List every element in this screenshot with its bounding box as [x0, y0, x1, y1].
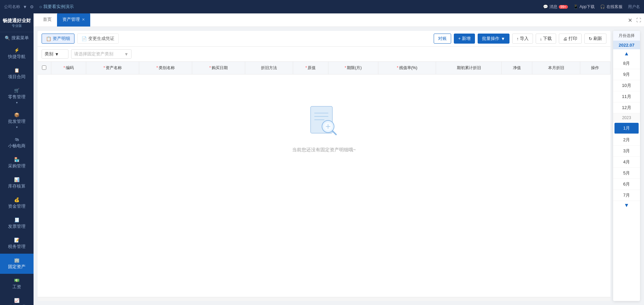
content-area: 首页 资产管理 ✕ 📋 资产明细 📄 变更生成凭证	[34, 13, 644, 305]
reconcile-btn[interactable]: 对账	[434, 34, 451, 44]
month-6[interactable]: 6月	[613, 179, 640, 190]
invoice-icon: 🧾	[14, 217, 19, 222]
quicknav-label: 快捷导航	[8, 54, 25, 60]
asset-detail-tab-icon: 📋	[46, 36, 51, 41]
refresh-icon: ↻	[589, 36, 592, 41]
empty-illustration	[304, 101, 344, 142]
operations-icon: 📈	[14, 298, 19, 303]
category-input-arrow: ▼	[124, 52, 128, 57]
filter-row: 类别 ▼ 请选择固定资产类别 ▼	[38, 47, 610, 62]
message-badge: 99+	[559, 5, 568, 9]
month-3[interactable]: 3月	[613, 146, 640, 157]
th-original-value: *原值	[293, 62, 328, 74]
sidebar-item-ecommerce[interactable]: 🛍 小畅电商	[0, 133, 34, 153]
month-nav-up[interactable]: ▲	[613, 49, 640, 58]
tab-asset-mgmt[interactable]: 资产管理 ✕	[57, 13, 90, 27]
month-11[interactable]: 11月	[613, 91, 640, 102]
quicknav-icon: ⚡	[14, 48, 19, 53]
sidebar-item-finance[interactable]: 💰 资金管理	[0, 193, 34, 213]
fixed-assets-icon: 🏢	[14, 258, 19, 263]
category-input[interactable]: 请选择固定资产类别 ▼	[71, 49, 131, 59]
print-icon: 🖨	[563, 36, 568, 41]
retail-arrow: ▾	[16, 101, 18, 104]
retail-label: 零售管理	[8, 94, 25, 100]
month-12[interactable]: 12月	[613, 102, 640, 113]
ecommerce-icon: 🛍	[15, 137, 19, 142]
top-bar-right: 💬 消息 99+ 📱 App下载 🎧 在线客服 用户名	[543, 4, 640, 10]
bottom-scrollbar[interactable]	[38, 297, 610, 301]
month-8[interactable]: 8月	[613, 58, 640, 69]
month-panel-title: 月份选择	[619, 33, 635, 39]
import-btn[interactable]: ↑ 导入	[512, 34, 533, 44]
wholesale-arrow: ▾	[16, 125, 18, 129]
month-9[interactable]: 9月	[613, 69, 640, 80]
project-icon: 📋	[14, 68, 19, 73]
user-avatar[interactable]: 用户名	[628, 4, 640, 10]
category-placeholder: 请选择固定资产类别	[74, 51, 113, 57]
sidebar-item-quicknav[interactable]: ⚡ 快捷导航	[0, 44, 34, 64]
headset-icon: 🎧	[600, 4, 605, 9]
demo-link[interactable]: ○ 我要看实例演示	[39, 4, 74, 10]
table-container: *编码 *资产名称 *类别名称 *购买日期 折旧方法 *原值 *期限(月) *残…	[38, 62, 610, 297]
month-5[interactable]: 5月	[613, 168, 640, 179]
sidebar-item-invoice[interactable]: 🧾 发票管理	[0, 213, 34, 234]
fixed-assets-label: 固定资产	[8, 264, 25, 270]
batch-btn[interactable]: 批量操作 ▼	[478, 34, 509, 44]
month-1[interactable]: 1月	[614, 123, 639, 134]
sidebar-item-operations[interactable]: 📈 经营管理	[0, 294, 34, 305]
message-btn[interactable]: 💬 消息 99+	[543, 4, 568, 10]
year-2023-label: 2023	[613, 113, 640, 122]
th-period-months: *期限(月)	[328, 62, 378, 74]
month-4[interactable]: 4月	[613, 157, 640, 168]
sidebar-item-fixed-assets[interactable]: 🏢 固定资产	[0, 254, 34, 274]
add-btn[interactable]: + 新增	[454, 34, 475, 44]
month-nav-down[interactable]: ▼	[613, 201, 640, 210]
wholesale-label: 批发管理	[8, 118, 25, 124]
wholesale-icon: 📦	[14, 112, 19, 117]
th-monthly-depreciation: 本月折旧	[532, 62, 580, 74]
online-service-btn[interactable]: 🎧 在线客服	[600, 4, 623, 10]
svg-line-7	[332, 131, 336, 135]
panel-close-btn[interactable]: ✕	[626, 16, 634, 24]
tab-home[interactable]: 首页	[38, 13, 57, 27]
download-btn[interactable]: ↓ 下载	[536, 34, 556, 44]
print-btn[interactable]: 🖨 打印	[559, 34, 582, 44]
sub-tab-change-voucher[interactable]: 📄 变更生成凭证	[77, 34, 119, 44]
month-panel: 月份选择 2022.07 ▲ 8月 9月 10月 11月 12月 2023 1月…	[613, 31, 640, 301]
sidebar-item-project[interactable]: 📋 项目合同	[0, 64, 34, 84]
th-accumulated-depreciation: 期初累计折旧	[436, 62, 502, 74]
empty-text: 当前您还没有固定资产明细哦~	[292, 147, 356, 153]
sidebar-item-wholesale[interactable]: 📦 批发管理 ▾	[0, 108, 34, 133]
search-menu-btn[interactable]: 🔍 搜索菜单	[0, 32, 34, 44]
finance-icon: 💰	[14, 197, 19, 202]
main-panel: 📋 资产明细 📄 变更生成凭证 对账 + 新增 批量操作 ▼	[38, 31, 610, 301]
refresh-btn[interactable]: ↻ 刷新	[584, 34, 606, 44]
ecommerce-label: 小畅电商	[8, 143, 25, 149]
sidebar-item-payroll[interactable]: 💵 工资	[0, 274, 34, 294]
table-header-row: *编码 *资产名称 *类别名称 *购买日期 折旧方法 *原值 *期限(月) *残…	[38, 62, 610, 74]
dropdown-icon[interactable]: ▼	[23, 4, 27, 9]
change-voucher-tab-icon: 📄	[82, 36, 87, 41]
month-2[interactable]: 2月	[613, 135, 640, 146]
category-filter[interactable]: 类别 ▼	[42, 49, 68, 59]
payroll-label: 工资	[12, 284, 21, 290]
sidebar-item-retail[interactable]: 🛒 零售管理 ▾	[0, 84, 34, 108]
month-10[interactable]: 10月	[613, 80, 640, 91]
import-icon: ↑	[517, 36, 519, 41]
th-net-value: 净值	[502, 62, 532, 74]
sidebar-item-inventory[interactable]: 📊 库存核算	[0, 173, 34, 193]
message-icon: 💬	[543, 4, 548, 9]
batch-btn-label: 批量操作	[482, 36, 499, 42]
sidebar-item-tax[interactable]: 📝 税务管理	[0, 234, 34, 254]
settings-icon[interactable]: ⚙	[30, 4, 34, 9]
app-logo: 畅捷通好业财 专业版	[0, 13, 34, 32]
panel-expand-btn[interactable]: ⛶	[635, 16, 643, 24]
tab-close-btn[interactable]: ✕	[82, 17, 85, 22]
select-all-checkbox[interactable]	[42, 65, 46, 70]
sidebar-item-purchase[interactable]: 🏪 采购管理	[0, 153, 34, 173]
mobile-icon: 📱	[573, 4, 578, 9]
page-content: 📋 资产明细 📄 变更生成凭证 对账 + 新增 批量操作 ▼	[34, 27, 644, 305]
month-7[interactable]: 7月	[613, 190, 640, 201]
app-download-btn[interactable]: 📱 App下载	[573, 4, 595, 10]
sub-tab-asset-detail[interactable]: 📋 资产明细	[42, 34, 74, 44]
